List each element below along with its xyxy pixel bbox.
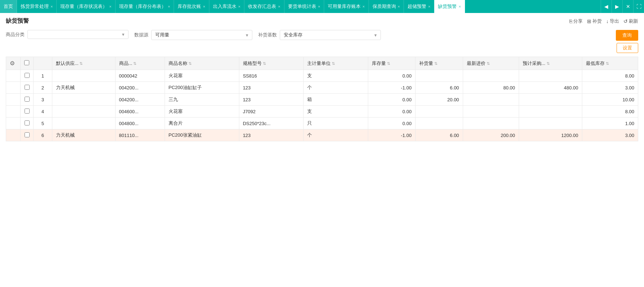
close-tab-icon-5[interactable]: ×	[238, 4, 240, 9]
nav-tab-5[interactable]: 出入库流水×	[209, 0, 244, 13]
col-label-unit: 主计量单位	[307, 61, 331, 66]
filter-group-replenish-base: 补货基数 安全库存 ▾	[258, 30, 381, 40]
cell-replenish_qty-0	[415, 70, 463, 82]
close-tab-icon-11[interactable]: ×	[458, 4, 461, 9]
th-gear[interactable]: ⚙	[6, 57, 21, 70]
nav-tab-1[interactable]: 拣货异常处理×	[17, 0, 57, 13]
table-body: 10000042火花塞SS816支0.008.002力天机械004200...P…	[6, 70, 638, 141]
replenish-base-select[interactable]: 安全库存 ▾	[280, 30, 381, 40]
cell-latest_price-4	[463, 118, 519, 129]
replenish-base-caret-icon: ▾	[374, 32, 377, 38]
close-tab-icon-7[interactable]: ×	[318, 4, 320, 9]
cell-product_name-5: PC200张紧油缸	[165, 129, 239, 141]
cell-estimated_purchase-4	[519, 118, 582, 129]
table-row: 10000042火花塞SS816支0.008.00	[6, 70, 638, 82]
sort-icon-default_supplier[interactable]: ⇅	[79, 61, 83, 66]
nav-tab-0[interactable]: 首页	[0, 0, 17, 13]
cell-product_code-3: 004600...	[115, 106, 165, 118]
sort-icon-spec[interactable]: ⇅	[263, 61, 266, 66]
sort-icon-estimated_purchase[interactable]: ⇅	[547, 61, 550, 66]
cell-check-4	[21, 118, 34, 129]
cell-unit-1: 个	[303, 82, 368, 94]
nav-tab-2[interactable]: 现存量（库存状况表）×	[57, 0, 115, 13]
close-tab-icon-2[interactable]: ×	[109, 4, 111, 9]
nav-tab-7[interactable]: 要货单统计表×	[284, 0, 324, 13]
cell-latest_price-3	[463, 106, 519, 118]
nav-next-button[interactable]: ▶	[612, 0, 622, 13]
nav-prev-button[interactable]: ◀	[601, 0, 612, 13]
export-button[interactable]: ↓ 导出	[606, 18, 619, 25]
cell-unit-5: 个	[303, 129, 368, 141]
datasource-label: 数据源	[134, 32, 148, 38]
category-caret-icon: ▾	[122, 32, 125, 37]
nav-tab-4[interactable]: 库存批次账×	[174, 0, 209, 13]
nav-tab-8[interactable]: 可用量库存账本×	[324, 0, 369, 13]
replenish-button[interactable]: ⊞ 补货	[587, 18, 602, 25]
row-checkbox-3[interactable]	[25, 109, 30, 114]
cell-unit-0: 支	[303, 70, 368, 82]
cell-default_supplier-1: 力天机械	[52, 82, 115, 94]
nav-tab-6[interactable]: 收发存汇总表×	[244, 0, 284, 13]
col-label-product_code: 商品...	[119, 61, 132, 66]
cell-replenish_qty-4	[415, 118, 463, 129]
sort-icon-product_name[interactable]: ⇅	[188, 61, 192, 66]
datasource-select[interactable]: 可用量 ▾	[151, 30, 252, 40]
cell-seq-1: 2	[34, 82, 52, 94]
close-tab-icon-4[interactable]: ×	[203, 4, 205, 9]
close-tab-icon-10[interactable]: ×	[428, 4, 430, 9]
select-all-checkbox[interactable]	[24, 60, 29, 65]
nav-tab-11[interactable]: 缺货预警×	[434, 0, 465, 13]
cell-estimated_purchase-0	[519, 70, 582, 82]
sort-icon-latest_price[interactable]: ⇅	[487, 61, 490, 66]
cell-spec-1: 123	[239, 82, 303, 94]
settings-gear-icon[interactable]: ⚙	[10, 60, 15, 66]
cell-gear-2	[6, 94, 21, 106]
nav-controls: ◀ ▶ ✕ ⛶	[601, 0, 644, 13]
sort-icon-min_stock[interactable]: ⇅	[606, 61, 609, 66]
cell-replenish_qty-3	[415, 106, 463, 118]
close-tab-icon-1[interactable]: ×	[51, 4, 53, 9]
sort-icon-replenish_qty[interactable]: ⇅	[434, 61, 438, 66]
row-checkbox-2[interactable]	[25, 97, 30, 102]
cell-latest_price-2	[463, 94, 519, 106]
filter-bar: 商品分类 ▾ 数据源 可用量 ▾ 补货基数 安全库存 ▾ 查询 设置	[6, 30, 638, 53]
page-header: 缺货预警 ⎘ 分享 ⊞ 补货 ↓ 导出 ↺ 刷新	[6, 17, 638, 25]
close-tab-icon-3[interactable]: ×	[168, 4, 170, 9]
nav-tab-10[interactable]: 超储预警×	[404, 0, 434, 13]
query-button[interactable]: 查询	[616, 30, 638, 41]
category-select[interactable]: ▾	[27, 30, 129, 39]
row-checkbox-4[interactable]	[25, 120, 30, 125]
cell-spec-3: J7092	[239, 106, 303, 118]
cell-estimated_purchase-3	[519, 106, 582, 118]
row-checkbox-0[interactable]	[25, 73, 30, 78]
refresh-button[interactable]: ↺ 刷新	[623, 18, 638, 25]
nav-close-button[interactable]: ✕	[622, 0, 633, 13]
settings-button[interactable]: 设置	[617, 43, 638, 53]
filter-actions: 查询 设置	[616, 30, 638, 53]
sort-icon-product_code[interactable]: ⇅	[133, 61, 136, 66]
sort-icon-unit[interactable]: ⇅	[332, 61, 335, 66]
cell-default_supplier-3	[52, 106, 115, 118]
col-label-default_supplier: 默认供应...	[56, 61, 79, 66]
close-tab-icon-8[interactable]: ×	[362, 4, 365, 9]
close-tab-icon-9[interactable]: ×	[398, 4, 400, 9]
row-checkbox-1[interactable]	[25, 85, 30, 90]
nav-fullscreen-button[interactable]: ⛶	[633, 0, 644, 13]
row-checkbox-5[interactable]	[25, 132, 30, 137]
share-button[interactable]: ⎘ 分享	[569, 18, 583, 25]
cell-gear-3	[6, 106, 21, 118]
cell-check-2	[21, 94, 34, 106]
th-seq	[34, 57, 52, 70]
nav-tab-3[interactable]: 现存量（库存分布表）×	[116, 0, 174, 13]
sort-icon-stock[interactable]: ⇅	[387, 61, 390, 66]
cell-stock-0: 0.00	[368, 70, 415, 82]
cell-product_code-4: 004800...	[115, 118, 165, 129]
close-tab-icon-6[interactable]: ×	[278, 4, 280, 9]
col-label-replenish_qty: 补货量	[419, 61, 433, 66]
th-replenish_qty: 补货量⇅	[415, 57, 463, 70]
cell-min_stock-3: 8.00	[582, 106, 638, 118]
nav-tab-9[interactable]: 保质期查询×	[369, 0, 404, 13]
cell-seq-3: 4	[34, 106, 52, 118]
cell-min_stock-5: 3.00	[582, 129, 638, 141]
category-label: 商品分类	[6, 31, 25, 38]
